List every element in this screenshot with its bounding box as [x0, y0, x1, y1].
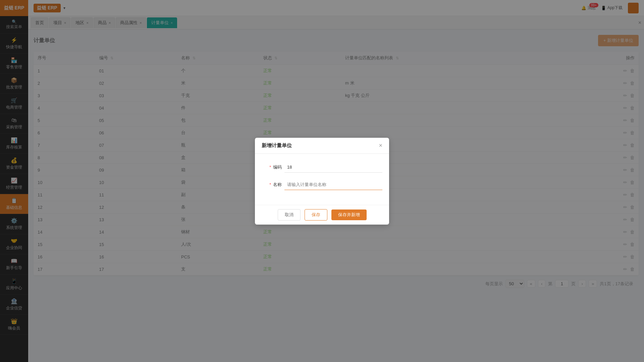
form-row-code: * 编码 — [262, 162, 382, 173]
modal-close-button[interactable]: × — [379, 142, 382, 148]
add-unit-modal: 新增计量单位 × * 编码 * 名称 取消 保存 保存并新增 — [255, 138, 389, 225]
modal-overlay: 新增计量单位 × * 编码 * 名称 取消 保存 保存并新增 — [0, 0, 644, 362]
modal-body: * 编码 * 名称 — [255, 154, 389, 205]
cancel-button[interactable]: 取消 — [278, 209, 301, 221]
save-and-new-button[interactable]: 保存并新增 — [331, 209, 367, 220]
save-button[interactable]: 保存 — [305, 209, 327, 221]
modal-footer: 取消 保存 保存并新增 — [255, 205, 389, 225]
name-label: * 名称 — [262, 182, 282, 188]
code-label: * 编码 — [262, 164, 282, 170]
form-row-name: * 名称 — [262, 179, 382, 190]
modal-header: 新增计量单位 × — [255, 138, 389, 154]
required-mark: * — [269, 165, 271, 170]
name-input[interactable] — [284, 179, 382, 190]
code-input[interactable] — [284, 162, 382, 173]
required-mark: * — [269, 182, 271, 187]
modal-title: 新增计量单位 — [262, 142, 292, 149]
